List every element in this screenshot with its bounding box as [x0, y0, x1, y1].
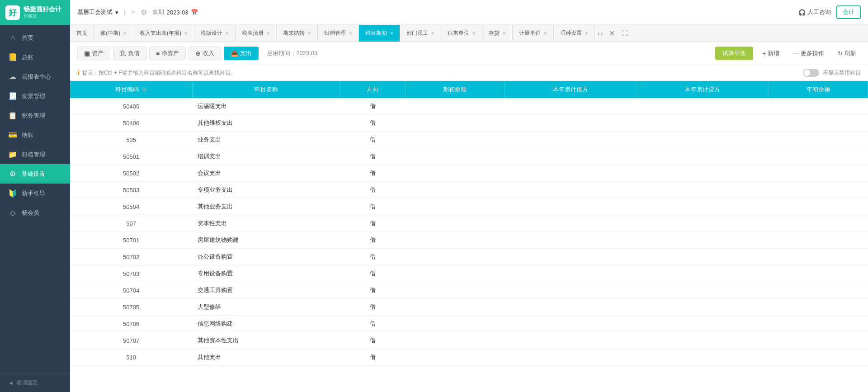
tab-interim[interactable]: 账(中期)✕ — [94, 25, 133, 42]
add-subject-button[interactable]: + 新增 — [758, 47, 784, 60]
table-row[interactable]: 50706 信息网络购建 借 — [70, 316, 868, 332]
hide-disabled-toggle[interactable] — [803, 69, 819, 77]
cell-name-15: 其他支出 — [192, 349, 340, 366]
cell-ytd-credit-2 — [637, 132, 769, 148]
expand-icon[interactable]: ⛶ — [618, 30, 632, 37]
tab-income-report[interactable]: 收入支出表(年报)✕ — [133, 25, 194, 42]
tab-close-measure[interactable]: ✕ — [543, 31, 547, 36]
table-row[interactable]: 50703 专用设备购置 借 — [70, 265, 868, 282]
calendar-icon[interactable]: 📅 — [191, 9, 198, 16]
sidebar-item-tax[interactable]: 📋税务管理 — [0, 106, 70, 125]
chevron-down-icon[interactable]: ▾ — [115, 9, 118, 16]
sidebar-item-home[interactable]: ⌂首页 — [0, 28, 70, 47]
tab-archive[interactable]: 归档管理✕ — [318, 25, 359, 42]
sidebar-item-ledger[interactable]: 📒总账 — [0, 47, 70, 67]
tab-label-interim: 账(中期) — [100, 29, 120, 37]
tab-next-icon[interactable]: › — [601, 30, 603, 37]
filter-tab-expense[interactable]: 📤支出 — [224, 47, 259, 60]
tab-close-income-report[interactable]: ✕ — [184, 31, 188, 36]
tab-close-interim[interactable]: ✕ — [123, 31, 127, 36]
tab-close-template[interactable]: ✕ — [225, 31, 229, 36]
table-row[interactable]: 50405 运温暖支出 借 — [70, 98, 868, 115]
cell-code-5: 50503 — [70, 182, 192, 198]
cell-ytd-credit-14 — [637, 332, 769, 349]
refresh-button[interactable]: ↻ 刷新 — [833, 47, 861, 60]
cell-name-2: 业务支出 — [192, 132, 340, 148]
tab-dept-staff[interactable]: 部门员工✕ — [400, 25, 441, 42]
table-row[interactable]: 50504 其他业务支出 借 — [70, 198, 868, 215]
cell-ytd-credit-6 — [637, 198, 769, 215]
tab-label-home: 首页 — [76, 29, 87, 37]
tab-close-archive[interactable]: ✕ — [349, 31, 352, 36]
cell-ytd-debit-4 — [505, 165, 637, 182]
table-row[interactable]: 50707 其他资本性支出 借 — [70, 332, 868, 349]
tab-label-income-report: 收入支出表(年报) — [140, 29, 181, 37]
cell-ytd-debit-2 — [505, 132, 637, 148]
sidebar-item-settle[interactable]: 💳结账 — [0, 125, 70, 145]
sidebar-label-member: 畅会员 — [22, 209, 39, 217]
cell-ytd-debit-3 — [505, 148, 637, 165]
table-row[interactable]: 510 其他支出 借 — [70, 349, 868, 366]
sidebar-item-archive[interactable]: 📁归档管理 — [0, 145, 70, 164]
expense-tab-icon: 📤 — [231, 50, 238, 57]
tab-units[interactable]: 往来单位✕ — [441, 25, 482, 42]
cell-name-7: 资本性支出 — [192, 215, 340, 232]
sidebar-item-invoice[interactable]: 🧾发票管理 — [0, 86, 70, 106]
table-row[interactable]: 50705 大型修缮 借 — [70, 299, 868, 316]
filter-tab-income[interactable]: ⊕收入 — [189, 47, 221, 60]
add-project-button[interactable]: + — [131, 8, 135, 16]
tab-inventory[interactable]: 存货✕ — [482, 25, 513, 42]
table-row[interactable]: 50502 会议支出 借 — [70, 165, 868, 182]
filter-tab-net-asset[interactable]: ≡净资产 — [149, 47, 186, 60]
project-selector[interactable]: 基层工会测试 ▾ — [77, 8, 118, 16]
table-row[interactable]: 50406 其他维权支出 借 — [70, 115, 868, 132]
cell-code-0: 50405 — [70, 98, 192, 115]
tab-template[interactable]: 模版设计✕ — [194, 25, 236, 42]
tab-currency[interactable]: 币种设置✕ — [554, 25, 595, 42]
close-all-tabs-button[interactable]: ✕ — [605, 29, 618, 38]
cell-year-opening-1 — [769, 115, 868, 132]
sidebar-item-guide[interactable]: 🔰新手引导 — [0, 184, 70, 203]
tab-close-period-end[interactable]: ✕ — [307, 31, 311, 36]
sidebar-item-member[interactable]: ◇畅会员 — [0, 203, 70, 222]
tab-tax-clear[interactable]: 税表清册✕ — [236, 25, 277, 42]
sidebar-item-reports[interactable]: ☁云报表中心 — [0, 67, 70, 86]
tab-prev-icon[interactable]: ‹ — [598, 30, 600, 37]
settings-icon: ⚙ — [8, 170, 17, 178]
topbar: 基层工会测试 ▾ | + ⚙ 账期 2023-03 📅 🎧 人工咨询 会计 — [70, 0, 868, 25]
tab-close-dept-staff[interactable]: ✕ — [431, 31, 434, 36]
table-row[interactable]: 50503 专项业务支出 借 — [70, 182, 868, 198]
cell-code-1: 50406 — [70, 115, 192, 132]
filter-tab-liability[interactable]: 负负债 — [113, 47, 146, 60]
tab-close-inventory[interactable]: ✕ — [502, 31, 506, 36]
cell-opening-0 — [406, 98, 505, 115]
app-badge: 旗舰版 — [24, 13, 61, 19]
period-selector[interactable]: 账期 2023-03 📅 — [152, 8, 198, 16]
table-row[interactable]: 50704 交通工具购置 借 — [70, 282, 868, 299]
table-row[interactable]: 507 资本性支出 借 — [70, 215, 868, 232]
tab-subject-init[interactable]: 科目期初✕ — [359, 25, 400, 42]
table-row[interactable]: 50701 房屋建筑物购建 借 — [70, 232, 868, 249]
tab-close-currency[interactable]: ✕ — [585, 31, 588, 36]
table-row[interactable]: 505 业务支出 借 — [70, 132, 868, 148]
tab-period-end[interactable]: 期末结转✕ — [277, 25, 318, 42]
calc-balance-button[interactable]: 试算平衡 — [715, 47, 753, 60]
filter-tab-asset[interactable]: ▦资产 — [77, 47, 110, 60]
tab-close-units[interactable]: ✕ — [472, 31, 476, 36]
col-settings-icon[interactable]: ⚙ — [142, 86, 147, 93]
filter-tabs-bar: ▦资产负负债≡净资产⊕收入📤支出启用期间：2023.03 试算平衡 + 新增 ⋯… — [70, 42, 868, 65]
more-actions-button[interactable]: ⋯ 更多操作 — [788, 47, 829, 60]
tab-measure[interactable]: 计量单位✕ — [513, 25, 554, 42]
tab-close-subject-init[interactable]: ✕ — [390, 31, 393, 36]
cell-year-opening-10 — [769, 265, 868, 282]
table-row[interactable]: 50501 培训支出 借 — [70, 148, 868, 165]
service-button[interactable]: 🎧 人工咨询 — [798, 8, 831, 16]
tab-home[interactable]: 首页 — [70, 25, 94, 42]
accounting-button[interactable]: 会计 — [836, 5, 861, 19]
toolbar-right: 试算平衡 + 新增 ⋯ 更多操作 ↻ 刷新 — [715, 47, 861, 60]
sidebar-item-settings[interactable]: ⚙基础设置 — [0, 164, 70, 184]
tab-close-tax-clear[interactable]: ✕ — [266, 31, 270, 36]
project-settings-icon[interactable]: ⚙ — [141, 8, 147, 17]
sidebar-footer-collapse[interactable]: ◄ 取消固定 — [0, 373, 70, 392]
table-row[interactable]: 50702 办公设备购置 借 — [70, 249, 868, 265]
